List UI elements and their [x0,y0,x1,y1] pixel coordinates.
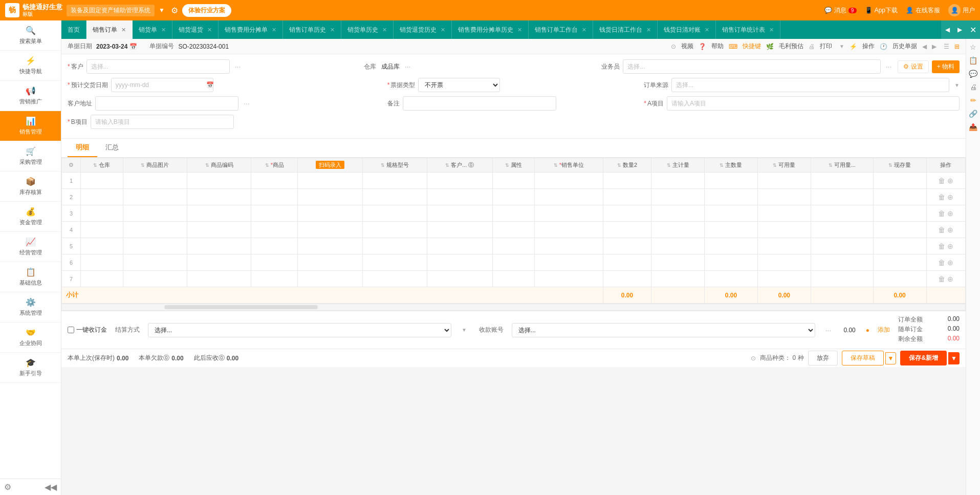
account-select[interactable]: 选择... [512,323,815,337]
sidebar-item-search[interactable]: 🔍 搜索菜单 [0,20,61,51]
row-ccode-2[interactable] [427,189,492,205]
sidebar-item-inventory[interactable]: 📦 库存核算 [0,171,61,202]
tab-expense-history-close[interactable]: ✕ [517,27,522,33]
quick-pay-checkbox[interactable] [68,327,74,333]
row-avail-1[interactable] [757,173,811,189]
row-product-1[interactable] [251,173,298,189]
nav-next-arrow[interactable]: ▶ [953,20,966,39]
copy-icon-5[interactable]: ⊕ [947,242,953,250]
row-mainqty-3[interactable] [705,205,758,222]
address-more-btn[interactable]: ··· [242,99,252,107]
tab-return-history-close[interactable]: ✕ [441,27,445,33]
sidebar-collapse-icon[interactable]: ◀◀ [45,482,57,492]
copy-icon-4[interactable]: ⊕ [947,226,953,234]
row-unit-5[interactable] [534,238,603,254]
th-setting[interactable]: ⚙ [62,158,81,173]
row-avail2-7[interactable] [811,271,873,287]
tab-goods-history-close[interactable]: ✕ [382,27,387,33]
row-ccode-5[interactable] [427,238,492,254]
row-attr-4[interactable] [492,222,534,238]
row-spec-7[interactable] [363,271,427,287]
order-source-input[interactable] [671,78,949,92]
row-code-1[interactable] [187,173,251,189]
row-avail-7[interactable] [757,271,811,287]
row-unit-2[interactable] [534,189,603,205]
row-mainunit-1[interactable] [651,173,705,189]
th-unit[interactable]: ⇅ 销售单位 [534,158,603,173]
row-mainunit-5[interactable] [651,238,705,254]
print-dropdown-arrow[interactable]: ▼ [839,44,844,49]
th-attr[interactable]: ⇅ 属性 [492,158,534,173]
row-avail2-2[interactable] [811,189,873,205]
copy-icon-6[interactable]: ⊕ [947,259,953,267]
row-ccode-1[interactable] [427,173,492,189]
row-attr-7[interactable] [492,271,534,287]
th-avail[interactable]: ⇅ 可用量 [757,158,811,173]
pay-method-dropdown[interactable]: ▼ [462,327,467,333]
tab-home[interactable]: 首页 [61,20,86,39]
shortcut-btn[interactable]: 快捷键 [743,42,761,51]
settings-button[interactable]: ⚙ 设置 [898,60,928,73]
row-product-3[interactable] [251,205,298,222]
row-code-4[interactable] [187,222,251,238]
delete-icon-6[interactable]: 🗑 [938,259,945,267]
row-mainqty-5[interactable] [705,238,758,254]
row-avail2-4[interactable] [811,222,873,238]
ticket-type-select[interactable]: 不开票 [418,78,500,92]
row-spec-2[interactable] [363,189,427,205]
th-qty2[interactable]: ⇅ 数量2 [603,158,651,173]
th-spec[interactable]: ⇅ 规格型号 [363,158,427,173]
split-view-icon[interactable]: ⊞ [954,43,960,50]
delete-icon-7[interactable]: 🗑 [938,275,945,283]
settings-icon[interactable]: ⚙ [171,6,178,15]
row-spec-3[interactable] [363,205,427,222]
tab-expense[interactable]: 销售费用分摊单 ✕ [219,20,283,39]
row-ccode-3[interactable] [427,205,492,222]
row-product-4[interactable] [251,222,298,238]
row-ccode-6[interactable] [427,254,492,271]
right-icon-2[interactable]: 📋 [967,54,979,67]
row-unit-6[interactable] [534,254,603,271]
history-btn[interactable]: 历史单据 [892,42,917,51]
save-draft-dropdown[interactable]: ▼ [885,352,897,364]
nav-close-all[interactable]: ✕ [966,20,980,39]
tab-cash-workbench[interactable]: 钱货日清工作台 ✕ [593,20,658,39]
tab-sales-order-close[interactable]: ✕ [121,27,126,33]
row-product-7[interactable] [251,271,298,287]
tab-sales-goods[interactable]: 销货单 ✕ [133,20,172,39]
row-attr-1[interactable] [492,173,534,189]
th-avail2[interactable]: ⇅ 可用量... [811,158,873,173]
row-qty2-6[interactable] [603,254,651,271]
th-scan[interactable]: 扫码录入 [298,158,363,173]
th-main-qty[interactable]: ⇅ 主数量 [705,158,758,173]
row-avail-2[interactable] [757,189,811,205]
row-unit-7[interactable] [534,271,603,287]
settings-bottom-icon[interactable]: ⚙ [4,482,11,492]
row-spec-6[interactable] [363,254,427,271]
row-qty2-3[interactable] [603,205,651,222]
row-warehouse-7[interactable] [81,271,123,287]
tab-sales-order[interactable]: 销售订单 ✕ [86,20,133,39]
chat-item[interactable]: 💬 消息 9 [824,6,857,15]
discard-button[interactable]: 放弃 [808,351,838,365]
sidebar-item-sales[interactable]: 📊 销售管理 [0,111,61,141]
row-warehouse-1[interactable] [81,173,123,189]
right-icon-5[interactable]: ✏ [967,94,979,106]
tab-return-history[interactable]: 销货退货历史 ✕ [394,20,452,39]
row-code-3[interactable] [187,205,251,222]
row-ccode-4[interactable] [427,222,492,238]
nav-prev-doc-icon[interactable]: ◀ [922,43,927,50]
row-avail-5[interactable] [757,238,811,254]
address-input[interactable] [95,96,238,111]
sidebar-item-enterprise[interactable]: 🤝 企业协同 [0,322,61,353]
row-qty2-7[interactable] [603,271,651,287]
note-input[interactable] [403,96,556,111]
tab-return-close[interactable]: ✕ [207,27,212,33]
th-warehouse[interactable]: ⇅ 仓库 [81,158,123,173]
account-more-btn[interactable]: ··· [823,326,834,334]
tab-stats-close[interactable]: ✕ [769,27,774,33]
row-avail2-5[interactable] [811,238,873,254]
nav-prev-arrow[interactable]: ◀ [941,20,953,39]
row-spec-1[interactable] [363,173,427,189]
row-attr-6[interactable] [492,254,534,271]
